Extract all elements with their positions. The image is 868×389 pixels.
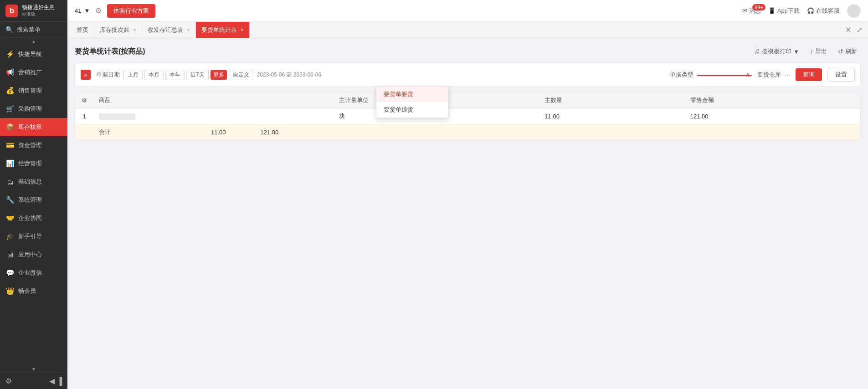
tab-inventory-batch-close[interactable]: × bbox=[133, 27, 136, 33]
main-area: 41 ▼ ⚙ 体验行业方案 ✉ 消息 99+ 📱 App下载 🎧 在线客服 bbox=[67, 0, 868, 389]
sidebar-item-label: 库存核算 bbox=[18, 123, 42, 131]
sidebar-item-member[interactable]: 👑 畅会员 bbox=[0, 282, 67, 300]
sidebar-item-management[interactable]: 📊 经营管理 bbox=[0, 154, 67, 173]
store-selector[interactable]: 41 ▼ bbox=[75, 7, 90, 14]
store-number: 41 bbox=[75, 7, 81, 14]
dropdown-item-return[interactable]: 要货单退货 bbox=[376, 102, 448, 118]
sidebar-item-system[interactable]: 🔧 系统管理 bbox=[0, 191, 67, 209]
sidebar-item-quick-nav[interactable]: ⚡ 快捷导航 bbox=[0, 45, 67, 63]
sidebar-item-label: 系统管理 bbox=[18, 196, 42, 204]
quick-nav-icon: ⚡ bbox=[5, 50, 15, 59]
filter-search-button[interactable]: 查询 bbox=[796, 68, 822, 81]
app-logo-text: 畅捷通好生意 标准版 bbox=[22, 4, 55, 18]
filter-warehouse-group: 要货仓库 ··· bbox=[757, 71, 790, 79]
online-service-label: 在线客服 bbox=[816, 7, 840, 15]
content-area: 要货单统计表(按商品) 🖨 按模板打印 ▼ ↑ 导出 ↺ 刷新 » bbox=[67, 38, 868, 389]
table-settings-icon[interactable]: ⚙ bbox=[82, 97, 87, 104]
online-service-icon: 🎧 bbox=[807, 7, 814, 14]
filter-prev-month-button[interactable]: 上月 bbox=[123, 70, 143, 80]
sidebar-item-guide[interactable]: 🎓 新手引导 bbox=[0, 227, 67, 246]
data-table: ⚙ 商品 主计量单位 主数量 零售金额 bbox=[75, 92, 860, 124]
sidebar-item-label: 企业微信 bbox=[18, 269, 42, 277]
message-icon: ✉ bbox=[742, 7, 747, 14]
filter-bar: » 单据日期 上月 本月 本年 近7天 更多 自定义 2023-05-06 至 … bbox=[75, 63, 861, 87]
topbar: 41 ▼ ⚙ 体验行业方案 ✉ 消息 99+ 📱 App下载 🎧 在线客服 bbox=[67, 0, 868, 22]
sidebar-item-purchase[interactable]: 🛒 采购管理 bbox=[0, 100, 67, 118]
filter-date-group: 单据日期 上月 本月 本年 近7天 更多 自定义 2023-05-06 至 20… bbox=[96, 70, 321, 80]
filter-this-year-button[interactable]: 本年 bbox=[165, 70, 185, 80]
print-dropdown-icon: ▼ bbox=[793, 48, 799, 55]
tab-order-stats[interactable]: 要货单统计表 × bbox=[196, 22, 250, 38]
sales-icon: 💰 bbox=[5, 86, 15, 95]
sidebar-item-marketing[interactable]: 📢 营销推广 bbox=[0, 63, 67, 82]
filter-date-more-button[interactable]: 更多 bbox=[211, 70, 227, 80]
topbar-settings-icon[interactable]: ⚙ bbox=[95, 6, 102, 15]
filter-expand-button[interactable]: » bbox=[81, 70, 91, 80]
finance-icon: 💳 bbox=[5, 141, 15, 150]
message-badge[interactable]: ✉ 消息 99+ bbox=[742, 7, 761, 15]
sidebar-item-basics[interactable]: 🗂 基础信息 bbox=[0, 173, 67, 191]
table-header-settings: ⚙ bbox=[75, 92, 93, 108]
tab-receive-summary-close[interactable]: × bbox=[187, 27, 190, 33]
table-cell-quantity: 11.00 bbox=[539, 108, 684, 124]
tab-inventory-batch[interactable]: 库存批次账 × bbox=[94, 22, 142, 38]
export-button[interactable]: ↑ 导出 bbox=[806, 46, 831, 57]
app-download-label: App下载 bbox=[777, 7, 800, 15]
app-download-btn[interactable]: 📱 App下载 bbox=[768, 7, 800, 15]
sidebar-item-label: 资金管理 bbox=[18, 141, 42, 149]
tab-order-stats-close[interactable]: × bbox=[241, 27, 244, 33]
sidebar-footer-settings-icon[interactable]: ⚙ bbox=[5, 377, 12, 385]
sidebar: b 畅捷通好生意 标准版 🔍 搜索菜单 ▲ ⚡ 快捷导航 📢 营销推广 💰 销售… bbox=[0, 0, 67, 389]
topbar-left: 41 ▼ ⚙ 体验行业方案 bbox=[75, 4, 155, 18]
tab-receive-summary[interactable]: 收发存汇总表 × bbox=[142, 22, 196, 38]
tab-receive-summary-label: 收发存汇总表 bbox=[148, 26, 183, 34]
dropdown-item-order[interactable]: 要货单要货 bbox=[376, 87, 448, 102]
sidebar-item-finance[interactable]: 💳 资金管理 bbox=[0, 136, 67, 154]
refresh-button[interactable]: ↺ 刷新 bbox=[834, 46, 861, 57]
guide-icon: 🎓 bbox=[5, 232, 15, 241]
print-button[interactable]: 🖨 按模板打印 ▼ bbox=[750, 46, 803, 57]
tabbar: 首页 库存批次账 × 收发存汇总表 × 要货单统计表 × ✕ ⤢ bbox=[67, 22, 868, 38]
table-footer: 合计 11.00 121.00 bbox=[75, 124, 860, 140]
filter-type-select[interactable] bbox=[697, 73, 752, 76]
search-icon: 🔍 bbox=[5, 26, 13, 33]
marketing-icon: 📢 bbox=[5, 68, 15, 77]
online-service-btn[interactable]: 🎧 在线客服 bbox=[807, 7, 840, 15]
filter-type-group: 单据类型 ∧ bbox=[670, 71, 752, 79]
tabbar-controls: ✕ ⤢ bbox=[843, 24, 864, 36]
tab-expand-icon[interactable]: ⤢ bbox=[855, 24, 864, 36]
user-avatar[interactable] bbox=[847, 4, 861, 18]
sidebar-item-enterprise[interactable]: 🤝 企业协同 bbox=[0, 209, 67, 227]
sidebar-item-label: 新手引导 bbox=[18, 232, 42, 241]
app-center-icon: 🖥 bbox=[5, 250, 15, 259]
sidebar-item-app-center[interactable]: 🖥 应用中心 bbox=[0, 246, 67, 264]
filter-settings-button[interactable]: 设置 bbox=[827, 68, 855, 82]
refresh-label: 刷新 bbox=[845, 47, 857, 56]
table-header-product: 商品 bbox=[93, 92, 334, 108]
filter-date-label: 单据日期 bbox=[96, 71, 120, 79]
tab-home[interactable]: 首页 bbox=[71, 22, 94, 38]
sidebar-item-inventory[interactable]: 📦 库存核算 bbox=[0, 118, 67, 136]
table-header-quantity: 主数量 bbox=[539, 92, 684, 108]
tab-close-all-icon[interactable]: ✕ bbox=[843, 24, 853, 36]
store-dropdown-icon: ▼ bbox=[84, 7, 90, 14]
sidebar-item-label: 采购管理 bbox=[18, 105, 42, 113]
purchase-icon: 🛒 bbox=[5, 104, 15, 113]
filter-date-buttons: 上月 本月 本年 近7天 更多 自定义 bbox=[123, 70, 253, 80]
topbar-right: ✉ 消息 99+ 📱 App下载 🎧 在线客服 bbox=[742, 4, 861, 18]
filter-this-month-button[interactable]: 本月 bbox=[144, 70, 164, 80]
filter-more-button[interactable]: ··· bbox=[785, 71, 790, 78]
sidebar-item-sales[interactable]: 💰 销售管理 bbox=[0, 82, 67, 100]
table-cell-index: 1 bbox=[75, 108, 93, 124]
sidebar-collapse-button[interactable]: ◀ ▐ bbox=[49, 377, 62, 385]
sidebar-item-wechat[interactable]: 💬 企业微信 bbox=[0, 264, 67, 282]
filter-last7-button[interactable]: 近7天 bbox=[186, 70, 209, 80]
filter-date-custom-button[interactable]: 自定义 bbox=[229, 70, 253, 80]
print-icon: 🖨 bbox=[754, 48, 760, 55]
trial-button[interactable]: 体验行业方案 bbox=[107, 4, 155, 18]
system-icon: 🔧 bbox=[5, 195, 15, 205]
sidebar-footer: ⚙ ◀ ▐ bbox=[0, 373, 67, 389]
tab-inventory-batch-label: 库存批次账 bbox=[100, 26, 129, 34]
sidebar-search-item[interactable]: 🔍 搜索菜单 bbox=[0, 22, 67, 38]
sidebar-logo: b 畅捷通好生意 标准版 bbox=[0, 0, 67, 22]
